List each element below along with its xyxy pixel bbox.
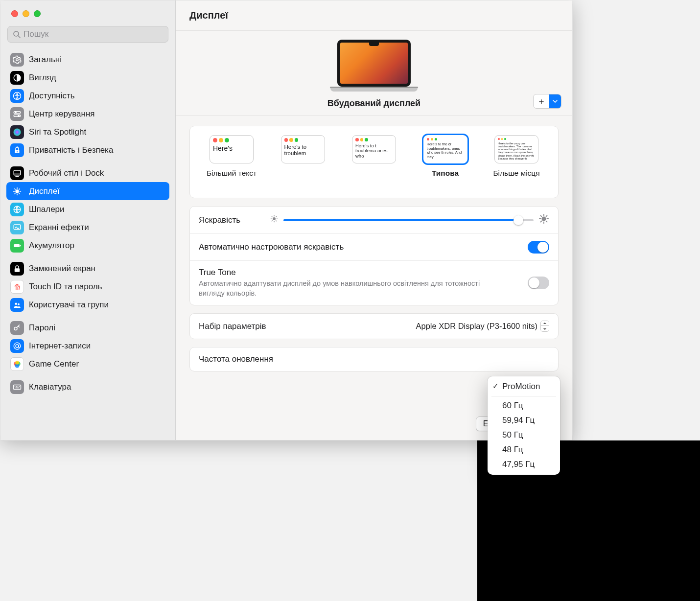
resolution-option-0[interactable]: Here'sБільший текст [200,135,263,187]
minimize-window-button[interactable] [23,10,29,17]
keyboard-icon [10,380,24,394]
preset-value: Apple XDR Display (P3-1600 nits) [416,322,537,331]
add-display-button[interactable]: ＋ [533,94,561,109]
brightness-row: Яскравість [190,207,558,234]
brightness-slider[interactable] [283,215,534,225]
svg-line-22 [15,193,16,194]
sidebar-item-battery[interactable]: Акумулятор [6,236,169,254]
sidebar-item-control-center[interactable]: Центр керування [6,105,169,123]
svg-line-51 [276,216,277,217]
svg-line-48 [272,216,272,217]
auto-brightness-row: Автоматично настроювати яскравість [190,234,558,261]
wallpaper-icon [10,203,24,216]
brightness-high-icon [538,213,549,227]
resolution-thumb: Here's to the cr troublemakers. ones who… [423,135,467,163]
svg-line-59 [540,221,541,222]
svg-point-29 [15,302,18,305]
users-icon [10,298,24,312]
sidebar-item-label: Дисплеї [29,186,60,196]
svg-line-58 [546,221,547,222]
refresh-rate-row: Частота оновлення ProMotion [190,347,558,371]
sidebar-item-privacy[interactable]: Приватність і Безпека [6,141,169,159]
sidebar-item-desktop[interactable]: Робочий стіл і Dock [6,164,169,182]
refresh-rate-menu[interactable]: ProMotion 60 Гц 59,94 Гц 50 Гц 48 Гц 47,… [488,376,560,475]
svg-rect-28 [15,268,20,272]
siri-icon [10,125,24,139]
sidebar-item-label: Touch ID та пароль [29,282,102,292]
svg-line-1 [18,36,20,38]
resolution-thumb: Here's to troublem [281,135,325,163]
svg-line-21 [19,193,20,194]
accessibility-icon [10,89,24,103]
display-hero: Вбудований дисплей ＋ [176,31,572,116]
brightness-low-icon [270,214,279,226]
refresh-option-promotion[interactable]: ProMotion [488,379,560,394]
sidebar: ЗагальніВиглядДоступністьЦентр керування… [0,0,176,440]
svg-point-36 [15,361,19,365]
refresh-option-60[interactable]: 60 Гц [488,398,560,413]
truetone-description: Автоматично адаптувати дисплей до умов н… [199,279,483,298]
sidebar-item-lock[interactable]: Замкнений екран [6,259,169,277]
svg-point-32 [16,345,19,347]
close-window-button[interactable] [11,10,18,17]
resolution-caption: Типова [432,168,459,187]
svg-point-8 [15,112,16,113]
sidebar-item-gear[interactable]: Загальні [6,50,169,69]
desktop-icon [10,166,24,180]
svg-line-60 [546,215,547,216]
search-input[interactable] [23,29,163,39]
refresh-option-5994[interactable]: 59,94 Гц [488,413,560,428]
svg-line-50 [272,221,272,221]
svg-line-57 [540,215,541,216]
resolution-option-2[interactable]: Here's to t troublema ones who [342,135,406,187]
sidebar-item-appearance[interactable]: Вигляд [6,69,169,87]
svg-point-2 [16,58,19,61]
resolution-option-1[interactable]: Here's to troublem [271,135,335,187]
sidebar-item-key[interactable]: Паролі [6,319,169,337]
sidebar-item-displays[interactable]: Дисплеї [6,182,169,200]
displays-icon [10,185,24,198]
search-icon [13,30,21,38]
sidebar-item-wallpaper[interactable]: Шпалери [6,200,169,218]
sidebar-item-label: Центр керування [29,109,95,119]
resolution-thumb: Here's to the crazy one troublemakers. T… [494,135,538,163]
sidebar-item-accessibility[interactable]: Доступність [6,87,169,105]
auto-brightness-toggle[interactable] [528,241,549,254]
display-name-label: Вбудований дисплей [327,98,420,109]
resolution-option-4[interactable]: Here's to the crazy one troublemakers. T… [485,135,548,187]
preset-label: Набір параметрів [199,322,266,331]
sidebar-nav: ЗагальніВиглядДоступністьЦентр керування… [0,49,175,396]
sidebar-item-label: Загальні [29,55,62,65]
truetone-toggle[interactable] [528,277,549,289]
system-settings-window: ЗагальніВиглядДоступністьЦентр керування… [0,0,573,440]
resolution-picker: Here'sБільший текстHere's to troublemHer… [189,126,559,198]
sidebar-item-siri[interactable]: Siri та Spotlight [6,123,169,141]
lock-icon [10,262,24,276]
privacy-icon [10,143,24,157]
svg-line-23 [19,188,20,189]
window-controls [0,0,175,26]
sidebar-item-touchid[interactable]: Touch ID та пароль [6,277,169,296]
svg-line-49 [276,221,277,221]
svg-point-43 [273,217,276,220]
add-display-dropdown[interactable] [549,94,561,108]
sidebar-item-screensaver[interactable]: Екранні ефекти [6,218,169,236]
svg-line-20 [15,188,16,189]
refresh-option-4795[interactable]: 47,95 Гц [488,457,560,472]
sidebar-item-label: Доступність [29,91,75,101]
gear-icon [10,53,24,67]
sidebar-item-users[interactable]: Користувачі та групи [6,296,169,314]
sidebar-item-label: Вигляд [29,73,56,83]
resolution-option-3[interactable]: Here's to the cr troublemakers. ones who… [414,135,477,187]
refresh-option-48[interactable]: 48 Гц [488,442,560,457]
sidebar-item-label: Екранні ефекти [29,223,89,232]
search-field[interactable] [7,26,168,43]
sidebar-item-keyboard[interactable]: Клавіатура [6,378,169,396]
refresh-rate-panel: Частота оновлення ProMotion [189,347,559,371]
refresh-option-50[interactable]: 50 Гц [488,428,560,442]
sidebar-item-gamecenter[interactable]: Game Center [6,355,169,373]
fullscreen-window-button[interactable] [34,10,41,17]
sidebar-item-at[interactable]: Інтернет-записи [6,337,169,355]
preset-select[interactable]: Apple XDR Display (P3-1600 nits) [416,321,549,332]
plus-icon: ＋ [534,94,549,108]
